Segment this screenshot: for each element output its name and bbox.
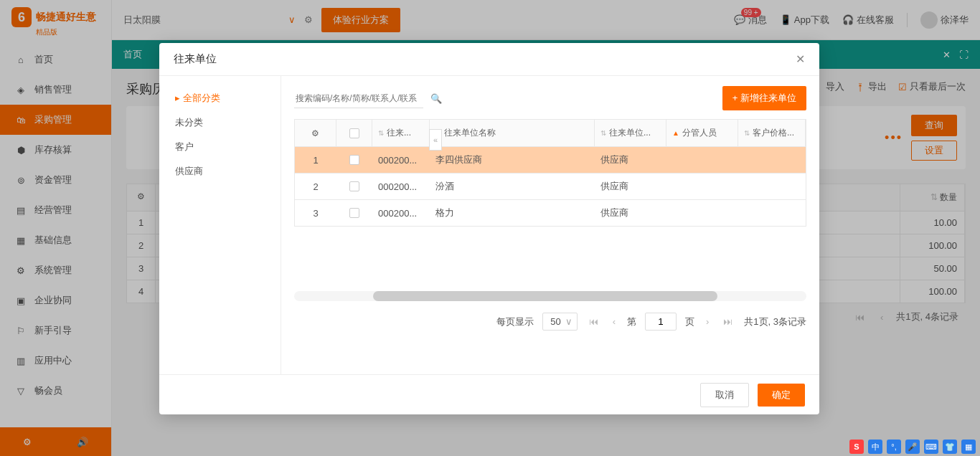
sort-icon: ▲ <box>672 130 679 136</box>
page-post-label: 页 <box>685 315 694 328</box>
partner-table: ⚙ ⇅往来... ⇅往来单位名称 ⇅往来单位... ▲分管人员 ⇅客户价格...… <box>294 119 806 227</box>
modal-partner: 往来单位 ✕ 全部分类 未分类 客户 供应商 « 🔍 + 新增往来单位 ⚙ ⇅往… <box>159 43 819 414</box>
collapse-sidebar-button[interactable]: « <box>429 129 442 151</box>
sort-icon: ⇅ <box>744 130 750 136</box>
ime-bar: S 中 °, 🎤 ⌨ 👕 ▦ <box>845 437 980 456</box>
add-partner-button[interactable]: + 新增往来单位 <box>722 86 806 110</box>
ime-tool-icon[interactable]: ▦ <box>961 440 976 454</box>
chevron-down-icon: ∨ <box>565 316 573 327</box>
row-index: 2 <box>295 174 336 199</box>
sort-icon: ⇅ <box>378 130 384 136</box>
modal-close-button[interactable]: ✕ <box>796 52 805 66</box>
price-header[interactable]: ⇅客户价格... <box>738 120 806 146</box>
row-person <box>666 147 738 173</box>
row-checkbox[interactable] <box>349 155 359 165</box>
last-page-icon[interactable]: ⏭ <box>720 316 735 327</box>
table-row[interactable]: 2 000200... 汾酒 供应商 <box>295 173 806 199</box>
row-code: 000200... <box>372 200 430 226</box>
row-checkbox[interactable] <box>349 208 359 218</box>
ime-lang-icon[interactable]: 中 <box>868 440 882 454</box>
name-header[interactable]: ⇅往来单位名称 <box>430 120 595 146</box>
table-gear-header[interactable]: ⚙ <box>295 120 336 146</box>
ime-punct-icon[interactable]: °, <box>887 440 901 454</box>
row-code: 000200... <box>372 174 430 199</box>
next-page-icon[interactable]: › <box>703 316 712 327</box>
row-code: 000200... <box>372 147 430 173</box>
row-person <box>666 174 738 199</box>
table-row[interactable]: 3 000200... 格力 供应商 <box>295 199 806 226</box>
page-pre-label: 第 <box>627 315 636 328</box>
row-type: 供应商 <box>595 200 666 226</box>
code-header[interactable]: ⇅往来... <box>372 120 430 146</box>
checkbox-icon <box>349 128 359 138</box>
table-checkbox-header[interactable] <box>336 120 372 146</box>
category-customer[interactable]: 客户 <box>159 135 281 159</box>
ime-keyboard-icon[interactable]: ⌨ <box>924 440 938 454</box>
row-type: 供应商 <box>595 174 666 199</box>
row-name: 格力 <box>430 200 595 226</box>
row-type: 供应商 <box>595 147 666 173</box>
row-index: 3 <box>295 200 336 226</box>
pagination-summary: 共1页, 3条记录 <box>744 315 806 328</box>
cancel-button[interactable]: 取消 <box>700 383 749 407</box>
pagination: 每页显示 50 ∨ ⏮ ‹ 第 页 › ⏭ 共1页, 3条记录 <box>294 301 806 342</box>
row-checkbox[interactable] <box>349 181 359 191</box>
row-price <box>738 200 806 226</box>
per-page-select[interactable]: 50 ∨ <box>542 313 577 331</box>
prev-page-icon[interactable]: ‹ <box>610 316 618 327</box>
category-uncategorized[interactable]: 未分类 <box>159 110 281 135</box>
table-row[interactable]: 1 000200... 李四供应商 供应商 <box>295 146 806 173</box>
first-page-icon[interactable]: ⏮ <box>586 316 601 327</box>
modal-title: 往来单位 <box>174 52 217 66</box>
ime-s-icon[interactable]: S <box>849 440 864 454</box>
row-index: 1 <box>295 147 336 173</box>
category-all[interactable]: 全部分类 <box>159 86 281 110</box>
sort-icon: ⇅ <box>600 130 606 136</box>
type-header[interactable]: ⇅往来单位... <box>595 120 666 146</box>
person-header[interactable]: ▲分管人员 <box>666 120 738 146</box>
row-name: 汾酒 <box>430 174 595 199</box>
search-input[interactable] <box>294 89 423 108</box>
ok-button[interactable]: 确定 <box>758 384 805 407</box>
row-name: 李四供应商 <box>430 147 595 173</box>
ime-mic-icon[interactable]: 🎤 <box>905 440 920 454</box>
horizontal-scrollbar[interactable] <box>294 291 806 301</box>
per-page-label: 每页显示 <box>496 315 534 328</box>
ime-skin-icon[interactable]: 👕 <box>943 440 957 454</box>
category-supplier[interactable]: 供应商 <box>159 159 281 184</box>
row-person <box>666 200 738 226</box>
row-price <box>738 174 806 199</box>
page-input[interactable] <box>645 313 677 331</box>
category-sidebar: 全部分类 未分类 客户 供应商 <box>159 76 281 374</box>
search-icon[interactable]: 🔍 <box>430 93 442 104</box>
row-price <box>738 147 806 173</box>
